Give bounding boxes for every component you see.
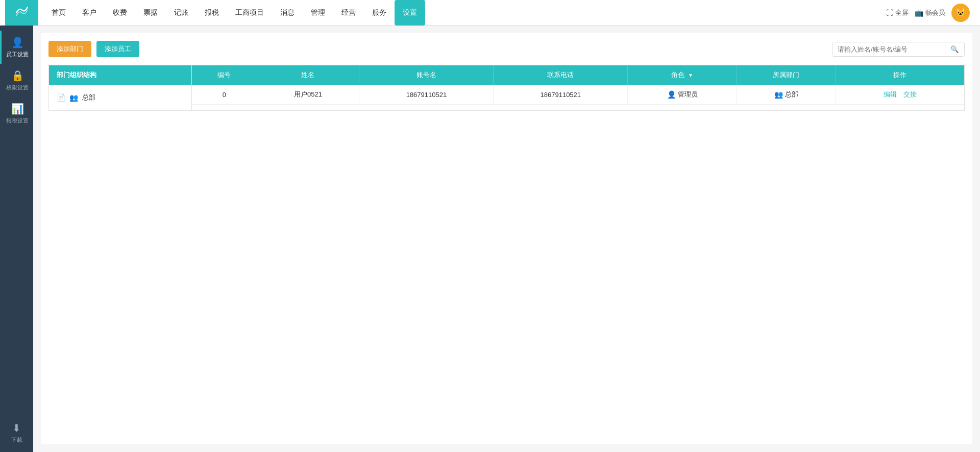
dept-tree-item-label: 总部 xyxy=(82,93,95,102)
role-user-icon: 👤 xyxy=(667,90,676,99)
download-icon: ⬇ xyxy=(12,422,21,434)
dept-tree-body: 📄 👥 总部 xyxy=(49,85,191,110)
sidebar-item-taxsettings[interactable]: 📊 报税设置 xyxy=(0,97,33,130)
search-bar: 🔍 xyxy=(832,42,965,57)
nav-settings[interactable]: 设置 xyxy=(395,0,425,26)
top-nav-right: ⛶ 全屏 📺 畅会员 🐱 xyxy=(886,4,975,22)
nav-home[interactable]: 首页 xyxy=(43,0,74,26)
fullscreen-icon: ⛶ xyxy=(886,9,893,17)
avatar-icon: 🐱 xyxy=(955,8,966,17)
member-icon: 📺 xyxy=(915,9,923,17)
nav-manage[interactable]: 管理 xyxy=(303,0,333,26)
sidebar-employee-label: 员工设置 xyxy=(6,51,29,58)
fullscreen-label: 全屏 xyxy=(895,8,909,17)
content-inner: 添加部门 添加员工 🔍 部门组织结构 📄 👥 xyxy=(41,33,972,444)
nav-customer[interactable]: 客户 xyxy=(74,0,105,26)
taxsettings-icon: 📊 xyxy=(11,103,24,115)
employee-data-table: 编号 姓名 账号名 联系电话 角色 ▼ 所属部门 操作 xyxy=(192,65,964,105)
cell-phone: 18679110521 xyxy=(494,85,628,105)
dept-value: 总部 xyxy=(785,90,798,99)
role-value: 管理员 xyxy=(678,90,698,99)
col-id: 编号 xyxy=(192,65,257,85)
transfer-link[interactable]: 交接 xyxy=(903,90,917,98)
dept-tree-header: 部门组织结构 xyxy=(49,65,191,85)
nav-accounting[interactable]: 记账 xyxy=(166,0,197,26)
col-name: 姓名 xyxy=(257,65,359,85)
sidebar-taxsettings-label: 报税设置 xyxy=(6,117,29,125)
top-navigation: 首页 客户 收费 票据 记账 报税 工商项目 消息 管理 经营 服务 设置 ⛶ … xyxy=(0,0,980,26)
nav-tax[interactable]: 报税 xyxy=(197,0,227,26)
main-layout: 👤 员工设置 🔒 权限设置 📊 报税设置 ⬇ 下载 添加部门 添加员工 xyxy=(0,26,980,452)
member-button[interactable]: 📺 畅会员 xyxy=(915,8,945,17)
nav-items: 首页 客户 收费 票据 记账 报税 工商项目 消息 管理 经营 服务 设置 xyxy=(38,0,886,26)
member-label: 畅会员 xyxy=(925,8,945,17)
fullscreen-button[interactable]: ⛶ 全屏 xyxy=(886,8,909,17)
employee-icon: 👤 xyxy=(11,36,24,49)
avatar[interactable]: 🐱 xyxy=(951,4,970,22)
content-area: 添加部门 添加员工 🔍 部门组织结构 📄 👥 xyxy=(33,26,980,452)
col-dept: 所属部门 xyxy=(737,65,836,85)
nav-invoice[interactable]: 票据 xyxy=(135,0,166,26)
cell-id: 0 xyxy=(192,85,257,105)
cell-dept: 👥 总部 xyxy=(737,85,836,105)
edit-link[interactable]: 编辑 xyxy=(884,90,897,98)
role-filter-icon[interactable]: ▼ xyxy=(688,73,693,78)
sidebar-item-employee[interactable]: 👤 员工设置 xyxy=(0,31,33,64)
add-employee-button[interactable]: 添加员工 xyxy=(96,41,139,57)
download-label: 下载 xyxy=(11,436,22,444)
dept-tree-item[interactable]: 📄 👥 总部 xyxy=(57,90,184,105)
table-header-row: 编号 姓名 账号名 联系电话 角色 ▼ 所属部门 操作 xyxy=(192,65,964,85)
dept-user-icon: 👥 xyxy=(69,93,78,102)
table-section: 部门组织结构 📄 👥 总部 编号 xyxy=(48,65,965,111)
employee-table: 编号 姓名 账号名 联系电话 角色 ▼ 所属部门 操作 xyxy=(191,65,965,111)
nav-operation[interactable]: 经营 xyxy=(333,0,364,26)
toolbar: 添加部门 添加员工 🔍 xyxy=(48,41,965,57)
search-input[interactable] xyxy=(832,42,945,56)
cell-actions: 编辑 交接 xyxy=(836,85,964,105)
nav-business[interactable]: 工商项目 xyxy=(227,0,272,26)
table-row: 0 用户0521 18679110521 18679110521 👤 管理员 xyxy=(192,85,964,105)
search-button[interactable]: 🔍 xyxy=(945,42,964,56)
nav-fee[interactable]: 收费 xyxy=(105,0,135,26)
dept-file-icon: 📄 xyxy=(57,93,65,102)
cell-name: 用户0521 xyxy=(257,85,359,105)
cell-role: 👤 管理员 xyxy=(628,85,737,105)
nav-message[interactable]: 消息 xyxy=(272,0,303,26)
app-logo xyxy=(5,0,38,26)
dept-tree: 部门组织结构 📄 👥 总部 xyxy=(48,65,191,111)
search-icon: 🔍 xyxy=(950,45,959,53)
add-dept-button[interactable]: 添加部门 xyxy=(48,41,91,57)
sidebar-permission-label: 权限设置 xyxy=(6,84,29,91)
cell-account: 18679110521 xyxy=(359,85,494,105)
nav-service[interactable]: 服务 xyxy=(364,0,395,26)
permission-icon: 🔒 xyxy=(11,69,24,82)
sidebar-download-button[interactable]: ⬇ 下载 xyxy=(0,419,33,447)
col-phone: 联系电话 xyxy=(494,65,628,85)
col-role: 角色 ▼ xyxy=(628,65,737,85)
sidebar-bottom: ⬇ 下载 xyxy=(0,419,33,452)
col-action: 操作 xyxy=(836,65,964,85)
dept-user-icon2: 👥 xyxy=(774,90,783,99)
col-account: 账号名 xyxy=(359,65,494,85)
sidebar-item-permission[interactable]: 🔒 权限设置 xyxy=(0,64,33,97)
left-sidebar: 👤 员工设置 🔒 权限设置 📊 报税设置 ⬇ 下载 xyxy=(0,26,33,452)
